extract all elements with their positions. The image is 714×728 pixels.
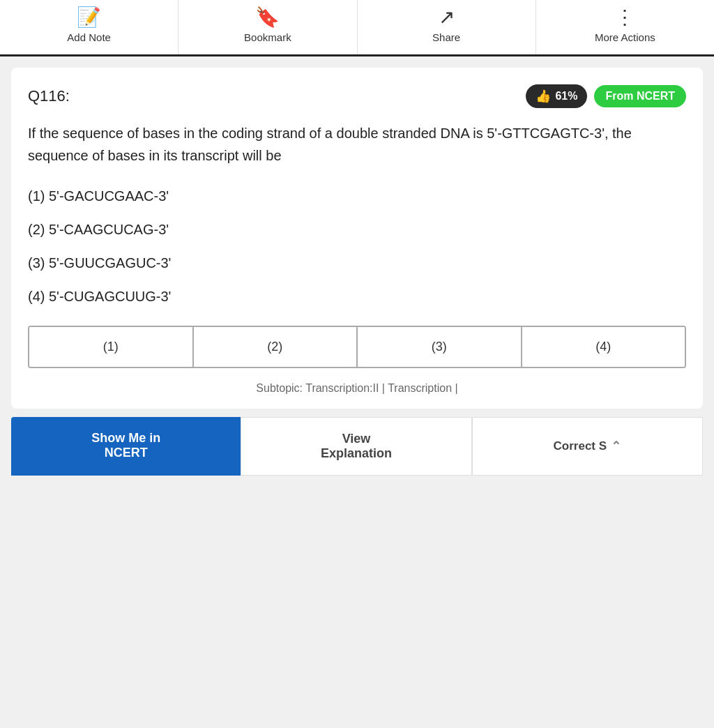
option-3[interactable]: (3) 5'-GUUCGAGUC-3' [28,253,686,273]
correct-label: Correct S [554,439,607,453]
more-actions-icon: ⋮ [615,6,635,29]
like-badge: 👍 61% [526,84,587,108]
add-note-icon: 📝 [77,6,101,29]
option-3-num: (3) [28,255,49,271]
share-icon: ↗ [439,6,455,29]
more-actions-label: More Actions [595,31,655,43]
options-list: (1) 5'-GACUCGAAC-3' (2) 5'-CAAGCUCAG-3' … [28,186,686,306]
ncert-label: From NCERT [605,90,675,102]
option-3-text: 5'-GUUCGAGUC-3' [49,255,171,271]
option-2-text: 5'-CAAGCUCAG-3' [49,222,169,237]
like-percent: 61% [555,90,577,103]
answer-btn-2[interactable]: (2) [194,327,358,367]
option-1-text: 5'-GACUCGAAC-3' [49,188,169,204]
thumbs-up-icon: 👍 [536,89,551,104]
subtopic: Subtopic: Transcription:II | Transcripti… [28,382,686,395]
question-text: If the sequence of bases in the coding s… [28,122,686,167]
badges: 👍 61% From NCERT [526,84,686,108]
option-1-num: (1) [28,188,49,204]
question-card: Q116: 👍 61% From NCERT If the sequence o… [11,68,703,409]
answer-btn-3[interactable]: (3) [358,327,522,367]
answer-selector: (1) (2) (3) (4) [28,326,686,368]
bookmark-button[interactable]: 🔖 Bookmark [178,0,357,54]
toolbar: 📝 Add Note 🔖 Bookmark ↗ Share ⋮ More Act… [0,0,714,56]
option-2-num: (2) [28,222,49,237]
share-label: Share [432,31,460,43]
more-actions-button[interactable]: ⋮ More Actions [536,0,714,54]
option-4-text: 5'-CUGAGCUUG-3' [49,289,171,304]
show-me-label: Show Me inNCERT [91,431,160,460]
share-button[interactable]: ↗ Share [358,0,536,54]
option-1[interactable]: (1) 5'-GACUCGAAC-3' [28,186,686,206]
option-2[interactable]: (2) 5'-CAAGCUCAG-3' [28,220,686,239]
main-content: Q116: 👍 61% From NCERT If the sequence o… [0,56,714,409]
correct-solution-button[interactable]: Correct S ⌃ [472,417,703,476]
answer-btn-1[interactable]: (1) [29,327,194,367]
question-header: Q116: 👍 61% From NCERT [28,84,686,108]
bottom-bar: Show Me inNCERT ViewExplanation Correct … [11,417,703,476]
option-4-num: (4) [28,289,49,304]
option-4[interactable]: (4) 5'-CUGAGCUUG-3' [28,287,686,306]
view-explanation-button[interactable]: ViewExplanation [241,417,471,476]
bookmark-icon: 🔖 [255,6,280,29]
ncert-badge: From NCERT [594,85,686,107]
chevron-up-icon: ⌃ [611,439,621,454]
view-explanation-label: ViewExplanation [321,432,392,460]
add-note-label: Add Note [67,31,111,43]
question-number: Q116: [28,87,70,105]
add-note-button[interactable]: 📝 Add Note [0,0,178,54]
bookmark-label: Bookmark [244,31,291,43]
show-me-in-ncert-button[interactable]: Show Me inNCERT [11,417,241,476]
answer-btn-4[interactable]: (4) [522,327,685,367]
